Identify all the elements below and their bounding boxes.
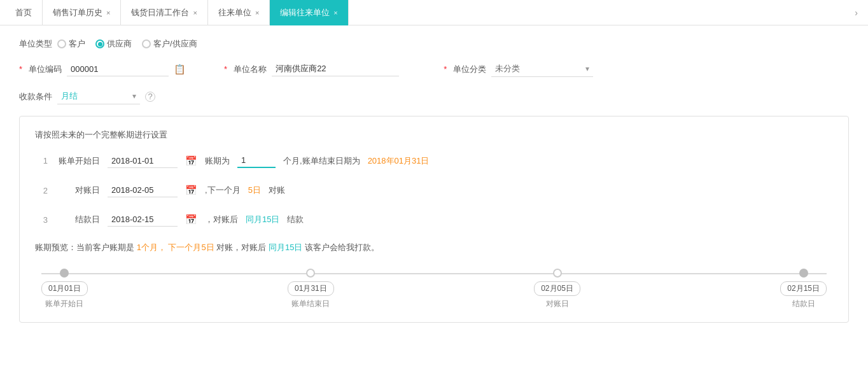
tl-dot-4 (799, 269, 808, 278)
row-label-2: 对账日 (55, 185, 100, 196)
tab-sales-history-label: 销售订单历史 (53, 7, 102, 18)
payment-group: 收款条件 月结 ▾ ? (19, 88, 155, 104)
name-input[interactable] (272, 62, 399, 76)
timeline-points: 01月01日 账单开始日 01月31日 账单结束日 (41, 269, 827, 309)
setting-row-1: 1 账单开始日 📅 账期为 个月,账单结束日期为 2018年01月31日 (35, 153, 833, 168)
tl-label-3: 02月05日 (534, 281, 580, 296)
radio-supplier[interactable]: 供应商 (95, 38, 132, 50)
calendar-icon[interactable]: 📋 (174, 64, 186, 75)
name-star: * (224, 64, 227, 74)
period-label: 账期为 (205, 155, 230, 167)
start-date-calendar-icon[interactable]: 📅 (185, 155, 197, 167)
preview-suffix: 该客户会给我打款。 (305, 243, 379, 252)
category-value: 未分类 (495, 63, 582, 74)
radio-supplier-label: 供应商 (107, 38, 132, 50)
tl-label-2: 01月31日 (288, 281, 334, 296)
tab-edit-partner-label: 编辑往来单位 (280, 7, 330, 18)
name-label: 单位名称 (234, 64, 267, 75)
payment-desc-after: 结款 (287, 214, 304, 225)
tabs-arrow[interactable]: › (850, 8, 863, 18)
tl-dot-3 (553, 269, 562, 278)
recon-desc-before: ,下一个月 (205, 185, 241, 196)
radio-both[interactable]: 客户/供应商 (142, 38, 197, 50)
tab-partner-label: 往来单位 (218, 7, 251, 18)
unit-type-row: 单位类型 客户 供应商 客户/供应商 (19, 38, 849, 50)
radio-supplier-circle (95, 39, 104, 48)
start-date-input[interactable] (108, 154, 178, 168)
code-input[interactable] (67, 62, 169, 76)
preview-mid: 下一个月5日 (168, 243, 214, 252)
payment-date-calendar-icon[interactable]: 📅 (185, 214, 197, 225)
period-input[interactable] (237, 153, 276, 168)
tl-label-4: 02月15日 (780, 281, 827, 296)
payment-value: 月结 (61, 90, 129, 102)
category-select[interactable]: 未分类 ▾ (491, 61, 593, 77)
tabs-bar: 首页 销售订单历史 × 钱货日清工作台 × 往来单位 × 编辑往来单位 × › (0, 0, 868, 25)
main-content: 单位类型 客户 供应商 客户/供应商 * 单位编码 (0, 25, 868, 387)
payment-desc-before: ，对账后 (205, 214, 238, 225)
timeline: 01月01日 账单开始日 01月31日 账单结束日 (35, 269, 833, 309)
category-label: 单位分类 (453, 64, 486, 75)
tl-dot-2 (306, 269, 315, 278)
card-instruction: 请按照未来的一个完整帐期进行设置 (35, 129, 833, 141)
tab-edit-partner[interactable]: 编辑往来单位 × (270, 0, 348, 25)
tl-dot-1 (60, 269, 69, 278)
radio-both-circle (142, 39, 151, 48)
setting-row-2: 2 对账日 📅 ,下一个月 5日 对账 (35, 183, 833, 197)
tab-home[interactable]: 首页 (5, 0, 43, 25)
tab-cash-daily-close[interactable]: × (193, 9, 197, 17)
category-group: * 单位分类 未分类 ▾ (444, 61, 593, 77)
recon-highlight: 5日 (248, 185, 261, 196)
code-group: * 单位编码 📋 (19, 62, 186, 76)
payment-label: 收款条件 (19, 91, 52, 102)
row-num-2: 2 (35, 186, 48, 195)
setting-row-3: 3 结款日 📅 ，对账后 同月15日 结款 (35, 213, 833, 227)
name-group: * 单位名称 (224, 62, 399, 76)
preview-end: 同月15日 (269, 243, 302, 252)
payment-date-input[interactable] (108, 213, 178, 227)
tl-label-1: 01月01日 (41, 281, 88, 296)
tab-home-label: 首页 (15, 7, 32, 18)
radio-customer[interactable]: 客户 (57, 38, 85, 50)
payment-dropdown-icon: ▾ (132, 92, 136, 101)
unit-type-group: 单位类型 客户 供应商 客户/供应商 (19, 38, 197, 50)
tl-point-2: 01月31日 账单结束日 (288, 269, 334, 309)
tl-sublabel-1: 账单开始日 (45, 299, 83, 309)
tab-partner[interactable]: 往来单位 × (208, 0, 270, 25)
tl-point-1: 01月01日 账单开始日 (41, 269, 88, 309)
recon-date-input[interactable] (108, 183, 178, 197)
code-star: * (19, 64, 22, 74)
tab-cash-daily[interactable]: 钱货日清工作台 × (121, 0, 207, 25)
tab-partner-close[interactable]: × (255, 9, 259, 17)
recon-desc-after: 对账 (269, 185, 285, 196)
tl-point-4: 02月15日 结款日 (780, 269, 827, 309)
radio-customer-circle (57, 39, 66, 48)
row-label-3: 结款日 (55, 214, 100, 225)
settings-card: 请按照未来的一个完整帐期进行设置 1 账单开始日 📅 账期为 个月,账单结束日期… (19, 116, 849, 323)
tl-sublabel-2: 账单结束日 (291, 299, 330, 309)
radio-group: 客户 供应商 客户/供应商 (57, 38, 197, 50)
tab-sales-history-close[interactable]: × (106, 9, 110, 17)
preview-prefix: 账期预览：当前客户账期是 (35, 243, 134, 252)
category-star: * (444, 64, 447, 74)
preview-period: 1个月， (137, 243, 166, 252)
radio-both-label: 客户/供应商 (153, 38, 197, 50)
category-dropdown-icon: ▾ (585, 64, 589, 73)
payment-row: 收款条件 月结 ▾ ? (19, 88, 849, 104)
radio-customer-label: 客户 (69, 38, 85, 50)
tl-sublabel-4: 结款日 (792, 299, 815, 309)
help-icon[interactable]: ? (145, 92, 155, 102)
payment-select[interactable]: 月结 ▾ (57, 88, 140, 104)
code-name-row: * 单位编码 📋 * 单位名称 * 单位分类 未分类 ▾ (19, 61, 849, 77)
unit-type-label: 单位类型 (19, 38, 52, 50)
preview-section: 账期预览：当前客户账期是 1个月， 下一个月5日 对账，对账后 同月15日 该客… (35, 242, 833, 253)
period-end-date: 2018年01月31日 (368, 155, 430, 167)
recon-date-calendar-icon[interactable]: 📅 (185, 185, 197, 196)
period-unit: 个月,账单结束日期为 (283, 155, 360, 167)
row-label-1: 账单开始日 (55, 155, 100, 167)
tab-edit-partner-close[interactable]: × (333, 9, 337, 17)
tab-cash-daily-label: 钱货日清工作台 (131, 7, 189, 18)
tl-sublabel-3: 对账日 (546, 299, 569, 309)
preview-text2: 对账，对账后 (216, 243, 266, 252)
tab-sales-history[interactable]: 销售订单历史 × (43, 0, 121, 25)
